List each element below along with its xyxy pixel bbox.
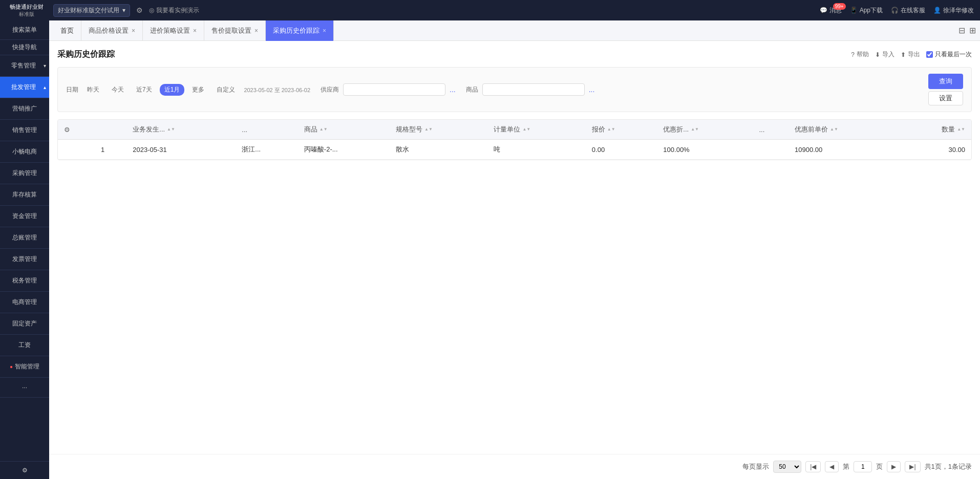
user-menu-button[interactable]: 👤 徐泽华修改 [933, 6, 974, 15]
sidebar-item-ecom-small[interactable]: 小畅电商 [0, 141, 49, 163]
date-btn-7days[interactable]: 近7天 [132, 84, 157, 96]
top-bar: 畅捷通好业财 标准版 好业财标准版交付试用 ▾ ⚙ ◎ 我要看实例演示 💬 消息… [0, 0, 980, 20]
sidebar-item-sales[interactable]: 销售管理 [0, 120, 49, 141]
last-only-checkbox[interactable] [926, 51, 933, 58]
date-btn-more[interactable]: 更多 [187, 84, 209, 96]
col-dots[interactable]: ... [236, 120, 298, 140]
date-range-display: 2023-05-02 至 2023-06-02 [244, 86, 310, 94]
page-prev-button[interactable]: ◀ [825, 461, 839, 472]
sidebar-settings-button[interactable]: ⚙ [0, 461, 49, 479]
help-button[interactable]: ? 帮助 [851, 50, 869, 59]
online-service-button[interactable]: 🎧 在线客服 [891, 6, 925, 15]
row-goods: 丙嗪酸-2-... [298, 140, 390, 160]
date-btn-custom[interactable]: 自定义 [212, 84, 240, 96]
row-supplier: 浙江... [236, 140, 298, 160]
dot-indicator: ● [10, 364, 13, 369]
col-unit[interactable]: 计量单位 ▲▼ [487, 120, 585, 140]
row-quantity: 30.00 [900, 140, 971, 160]
pagination: 每页显示 50 20 100 |◀ ◀ 第 页 ▶ ▶| 共1页，1条记录 [49, 454, 980, 479]
date-btn-yesterday[interactable]: 昨天 [82, 84, 104, 96]
last-only-checkbox-label[interactable]: 只看最后一次 [926, 50, 972, 59]
date-btn-1month[interactable]: 近1月 [160, 84, 185, 96]
date-btn-today[interactable]: 今天 [107, 84, 129, 96]
sidebar-item-invoice[interactable]: 发票管理 [0, 249, 49, 270]
headset-icon: 🎧 [891, 7, 899, 14]
topbar-gear-button[interactable]: ⚙ [136, 6, 143, 14]
tab-price[interactable]: 商品价格设置 × [81, 20, 143, 41]
filter-settings-button[interactable]: 设置 [928, 91, 963, 105]
page-first-button[interactable]: |◀ [805, 461, 821, 472]
sidebar-search[interactable]: 搜索菜单 [0, 20, 49, 40]
col-spec-label: 规格型号 [396, 125, 422, 134]
sidebar-item-assets[interactable]: 固定资产 [0, 313, 49, 335]
demo-button[interactable]: ◎ 我要看实例演示 [149, 6, 199, 15]
col-quantity-label: 数量 [942, 125, 955, 134]
import-button[interactable]: ⬇ 导入 [875, 50, 894, 59]
col-price[interactable]: 报价 ▲▼ [586, 120, 657, 140]
sidebar-item-purchase[interactable]: 采购管理 [0, 163, 49, 184]
supplier-dots-button[interactable]: ... [450, 85, 456, 94]
export-button[interactable]: ⬆ 导出 [901, 50, 920, 59]
sidebar-item-marketing[interactable]: 营销推广 [0, 98, 49, 120]
date-filter-group: 日期 昨天 今天 近7天 近1月 更多 自定义 2023-05-02 至 202… [66, 84, 310, 96]
play-icon: ◎ [149, 7, 154, 14]
sidebar-item-finance[interactable]: 资金管理 [0, 206, 49, 227]
col-date[interactable]: 业务发生... ▲▼ [126, 120, 236, 140]
tab-sale-price[interactable]: 售价提取设置 × [204, 20, 266, 41]
tab-history-price-close[interactable]: × [323, 27, 326, 34]
tab-history-price[interactable]: 采购历史价跟踪 × [266, 20, 334, 41]
tab-purchase-strategy-label: 进价策略设置 [150, 26, 190, 35]
sidebar-item-retail[interactable]: 零售管理 ▾ [0, 55, 49, 77]
top-right-actions: 💬 消息 99+ 📱 App下载 🎧 在线客服 👤 徐泽华修改 [820, 6, 974, 15]
sidebar-quick-nav[interactable]: 快捷导航 [0, 40, 49, 55]
export-icon: ⬆ [901, 51, 906, 58]
supplier-input[interactable] [343, 83, 445, 96]
app-title: 畅捷通好业财 [10, 3, 44, 11]
sidebar-item-smart[interactable]: ● 智能管理 [0, 356, 49, 378]
data-table-wrapper: ⚙ 业务发生... ▲▼ ... [57, 119, 972, 160]
tab-expand-button[interactable]: ⊞ [969, 26, 976, 35]
filter-row: 日期 昨天 今天 近7天 近1月 更多 自定义 2023-05-02 至 202… [57, 67, 972, 112]
chevron-icon: ▾ [44, 63, 46, 69]
col-gear[interactable]: ⚙ [58, 120, 95, 140]
page-input[interactable] [854, 461, 872, 472]
sidebar-item-tax[interactable]: 税务管理 [0, 270, 49, 292]
col-spec[interactable]: 规格型号 ▲▼ [390, 120, 487, 140]
chevron-up-icon: ▴ [44, 84, 46, 90]
page-content: 采购历史价跟踪 ? 帮助 ⬇ 导入 ⬆ 导出 [49, 41, 980, 454]
col-quantity[interactable]: 数量 ▲▼ [900, 120, 971, 140]
content-area: 首页 商品价格设置 × 进价策略设置 × 售价提取设置 × 采购历史价跟踪 × … [49, 20, 980, 479]
per-page-select[interactable]: 50 20 100 [773, 461, 801, 473]
col-dots2[interactable]: ... [753, 120, 789, 140]
sidebar-item-wholesale[interactable]: 批发管理 ▴ [0, 77, 49, 98]
app-logo: 畅捷通好业财 标准版 [6, 3, 47, 18]
page-last-button[interactable]: ▶| [905, 461, 920, 472]
app-download-button[interactable]: 📱 App下载 [850, 6, 883, 15]
row-unit: 吨 [487, 140, 585, 160]
sidebar-item-more[interactable]: ··· [0, 378, 49, 398]
col-pre-discount-price[interactable]: 优惠前单价 ▲▼ [789, 120, 900, 140]
column-settings-icon[interactable]: ⚙ [64, 126, 70, 134]
version-selector[interactable]: 好业财标准版交付试用 ▾ [53, 4, 130, 17]
messages-button[interactable]: 💬 消息 99+ [820, 6, 842, 15]
sidebar-item-payroll[interactable]: 工资 [0, 335, 49, 356]
tab-purchase-strategy[interactable]: 进价策略设置 × [143, 20, 204, 41]
col-discount[interactable]: 优惠折... ▲▼ [657, 120, 753, 140]
goods-dots-button[interactable]: ... [589, 85, 595, 94]
row-discount: 100.00% [657, 140, 753, 160]
col-goods[interactable]: 商品 ▲▼ [298, 120, 390, 140]
tab-purchase-strategy-close[interactable]: × [193, 27, 197, 34]
sidebar-item-ledger[interactable]: 总账管理 [0, 227, 49, 249]
tab-sale-price-close[interactable]: × [254, 27, 258, 34]
page-next-button[interactable]: ▶ [887, 461, 901, 472]
page-label: 第 [843, 462, 849, 471]
sort-icon-price: ▲▼ [607, 127, 615, 132]
sidebar-item-inventory[interactable]: 库存核算 [0, 184, 49, 206]
sidebar-item-ecom[interactable]: 电商管理 [0, 292, 49, 313]
tab-minimize-button[interactable]: ⊟ [958, 26, 965, 35]
tab-price-close[interactable]: × [132, 27, 135, 34]
col-pre-discount-label: 优惠前单价 [795, 125, 828, 134]
goods-input[interactable] [482, 83, 585, 96]
query-button[interactable]: 查询 [928, 74, 963, 89]
tab-home[interactable]: 首页 [53, 20, 81, 41]
